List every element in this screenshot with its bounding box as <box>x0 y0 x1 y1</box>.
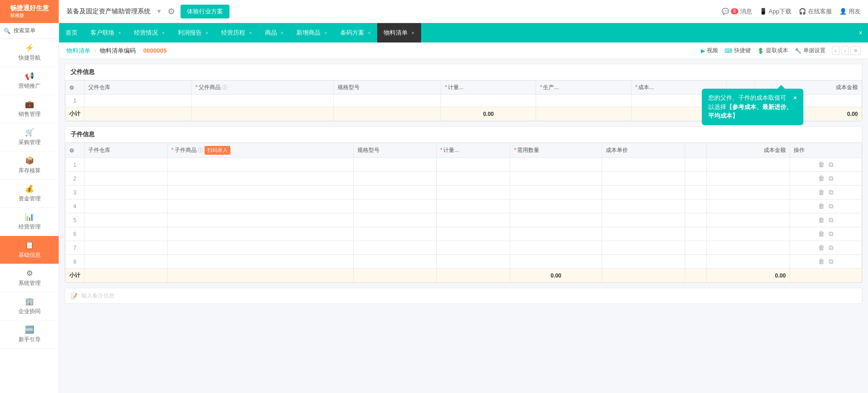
online-service-btn[interactable]: 🎧 在线客服 <box>799 7 832 16</box>
child-r2-product[interactable] <box>168 172 354 186</box>
tab-new-product[interactable]: 新增商品 × <box>290 23 333 42</box>
copy-icon[interactable]: ⧉ <box>829 202 833 210</box>
shortcut-toolbar-item[interactable]: ⌨ 快捷键 <box>724 47 751 54</box>
copy-icon[interactable]: ⧉ <box>829 188 833 196</box>
tab-barcode[interactable]: 条码方案 × <box>334 23 377 42</box>
app-download-btn[interactable]: 📱 App下载 <box>760 7 791 16</box>
delete-icon[interactable]: 🗑 <box>818 230 825 237</box>
search-icon: 🔍 <box>4 28 11 34</box>
tab-product-close[interactable]: × <box>281 30 283 36</box>
delete-icon[interactable]: 🗑 <box>818 258 825 265</box>
parent-cell-warehouse[interactable] <box>84 95 192 107</box>
copy-icon[interactable]: ⧉ <box>829 244 833 251</box>
settings-icon[interactable]: ⚙ <box>168 6 175 17</box>
parent-cell-prod[interactable] <box>536 95 631 107</box>
search-menu[interactable]: 🔍 搜索菜单 <box>0 23 59 39</box>
parent-cell-spec[interactable] <box>333 95 440 107</box>
child-r2-qty[interactable] <box>510 172 602 186</box>
grid-view-icon[interactable]: ≡ <box>850 46 861 55</box>
gear-icon[interactable]: ⚙ <box>69 85 74 91</box>
child-r1-unit[interactable] <box>436 158 510 172</box>
copy-icon[interactable]: ⧉ <box>829 161 833 168</box>
content-wrapper: 物料清单 › 物料清单编码 0000005 ▶ 视频 ⌨ 快捷键 💲 <box>59 42 868 304</box>
breadcrumb-parent[interactable]: 物料清单 <box>66 47 90 55</box>
tab-bom[interactable]: 物料清单 × <box>377 23 421 42</box>
tab-operation-history-label: 经营历程 <box>221 29 245 37</box>
child-r1-warehouse[interactable] <box>84 158 168 172</box>
tab-new-product-close[interactable]: × <box>324 30 327 36</box>
tab-profit-report[interactable]: 利润报告 × <box>171 23 215 42</box>
sidebar-item-finance[interactable]: 💰 资金管理 <box>0 180 59 208</box>
topbar: 装备及固定资产辅助管理系统 ▼ ⚙ 体验行业方案 💬 6 消息 📱 App下载 … <box>59 0 868 23</box>
delete-icon[interactable]: 🗑 <box>818 161 825 168</box>
copy-icon[interactable]: ⧉ <box>829 230 833 237</box>
parent-cell-product[interactable] <box>192 95 333 107</box>
tab-operation-status[interactable]: 经营情况 × <box>127 23 171 42</box>
child-r1-product[interactable] <box>168 158 354 172</box>
copy-icon[interactable]: ⧉ <box>829 216 833 224</box>
sidebar-item-guide[interactable]: 🆕 新手引导 <box>0 320 59 349</box>
sidebar-item-purchase[interactable]: 🛒 采购管理 <box>0 123 59 151</box>
tab-barcode-close[interactable]: × <box>368 30 371 36</box>
parent-subtotal-cost: 0.00 <box>441 107 536 121</box>
child-r1-qty[interactable] <box>510 158 602 172</box>
child-col-settings: ⚙ <box>66 143 84 158</box>
view-toolbar-item[interactable]: ▶ 视频 <box>701 47 718 54</box>
tab-profit-report-close[interactable]: × <box>205 30 208 36</box>
tab-operation-history[interactable]: 经营历程 × <box>215 23 258 42</box>
gear2-icon[interactable]: ⚙ <box>69 147 74 154</box>
tab-customer-close[interactable]: × <box>118 30 121 36</box>
parent-col-spec: 规格型号 <box>333 81 440 95</box>
tab-bom-close[interactable]: × <box>411 30 414 36</box>
sidebar-item-operation[interactable]: 📊 经营管理 <box>0 208 59 236</box>
dropdown-icon[interactable]: ▼ <box>156 8 162 15</box>
app-logo: 畅捷通好生意 标准版 <box>0 0 59 23</box>
child-subtotal-row: 小计 0.00 0.00 <box>66 269 862 283</box>
sidebar-item-enterprise[interactable]: 🏢 企业协同 <box>0 292 59 320</box>
scan-input-btn[interactable]: 扫码录入 <box>205 146 230 155</box>
note-placeholder[interactable]: 输入备注信息 <box>81 292 115 300</box>
trial-btn[interactable]: 体验行业方案 <box>181 5 229 18</box>
sidebar-item-inventory[interactable]: 📦 库存核算 <box>0 151 59 180</box>
child-r2-cost-price[interactable] <box>602 172 685 186</box>
delete-icon[interactable]: 🗑 <box>818 188 825 196</box>
child-r1-cost-amount[interactable] <box>706 158 790 172</box>
tab-customer[interactable]: 客户联络 × <box>84 23 127 42</box>
parent-row-num: 1 <box>66 95 84 107</box>
copy-icon[interactable]: ⧉ <box>829 258 833 265</box>
sidebar-item-system[interactable]: ⚙ 系统管理 <box>0 264 59 292</box>
tab-operation-status-close[interactable]: × <box>162 30 164 36</box>
child-r2-warehouse[interactable] <box>84 172 168 186</box>
sidebar-item-quick-nav[interactable]: ⚡ 快捷导航 <box>0 39 59 67</box>
delete-icon[interactable]: 🗑 <box>818 202 825 210</box>
message-btn[interactable]: 💬 6 消息 <box>722 7 752 16</box>
child-col-unit: *计量... <box>436 143 510 158</box>
child-col-warehouse: 子件仓库 <box>84 143 168 158</box>
close-all-tabs[interactable]: × <box>853 29 868 36</box>
tab-home[interactable]: 首页 <box>59 23 84 42</box>
child-r2-spec[interactable] <box>353 172 436 186</box>
parent-cell-unit[interactable] <box>441 95 536 107</box>
user-btn[interactable]: 👤 用友 <box>839 7 861 16</box>
child-r1-spec[interactable] <box>353 158 436 172</box>
tooltip-close-btn[interactable]: × <box>793 93 797 103</box>
child-r1-cost-price[interactable] <box>602 158 685 172</box>
delete-icon[interactable]: 🗑 <box>818 244 825 251</box>
tab-product[interactable]: 商品 × <box>259 23 290 42</box>
sidebar-item-basic-info[interactable]: 📋 基础信息 <box>0 236 59 264</box>
child-r2-cost-amount[interactable] <box>706 172 790 186</box>
delete-icon[interactable]: 🗑 <box>818 175 825 182</box>
parent-col-warehouse: 父件仓库 <box>84 81 192 95</box>
tab-operation-history-close[interactable]: × <box>249 30 252 36</box>
child-r2-unit[interactable] <box>436 172 510 186</box>
single-settings-toolbar-item[interactable]: 🔧 单据设置 <box>795 47 826 54</box>
sidebar-item-marketing[interactable]: 📢 营销推广 <box>0 67 59 95</box>
copy-icon[interactable]: ⧉ <box>829 175 833 182</box>
sidebar-item-sales[interactable]: 💼 销售管理 <box>0 95 59 123</box>
nav-prev-icon[interactable]: ‹ <box>832 46 839 55</box>
breadcrumb-code: 0000005 <box>143 47 167 54</box>
nav-next-icon[interactable]: › <box>841 46 849 55</box>
video-icon: ▶ <box>701 48 705 54</box>
delete-icon[interactable]: 🗑 <box>818 216 825 224</box>
extract-cost-toolbar-item[interactable]: 💲 提取成本 <box>757 47 788 54</box>
